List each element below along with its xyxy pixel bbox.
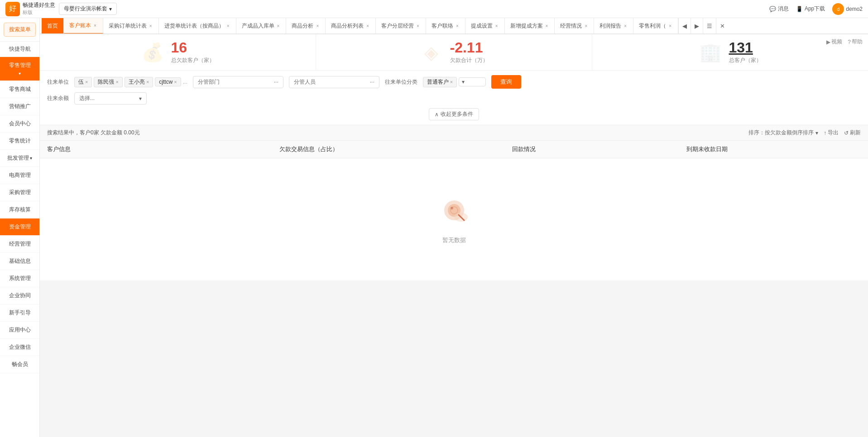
company-tag-jia: 伍 × — [74, 77, 92, 87]
sidebar-item-biz-mgmt[interactable]: 经营管理 — [0, 236, 39, 253]
tag-jia-label: 伍 — [78, 78, 84, 86]
tab-nav-next[interactable]: ▶ — [691, 18, 703, 34]
page-inner: 💰 16 总欠款客户（家） ◈ -2.11 欠款合计（万） — [40, 34, 868, 280]
logo-icon: 好 — [5, 2, 20, 16]
sidebar-item-basic-info[interactable]: 基础信息 — [0, 253, 39, 270]
empty-text: 暂无数据 — [442, 236, 466, 244]
tag-wangxiaoliang-remove[interactable]: × — [146, 79, 149, 85]
search-menu-btn[interactable]: 搜索菜单 — [4, 23, 36, 37]
tab-biz-status[interactable]: 经营情况 × — [555, 18, 594, 34]
tab-inbound-stats-close[interactable]: × — [226, 23, 230, 29]
person-select[interactable]: 分管人员 ··· — [289, 76, 379, 88]
sidebar-item-batch-mgmt[interactable]: 批发管理 ▾ — [0, 150, 39, 167]
tab-goods-analysis-list-close[interactable]: × — [365, 23, 370, 29]
tab-inbound-stats[interactable]: 进货单统计表（按商品） × — [159, 18, 236, 34]
debt-amount-value: -2.11 — [450, 40, 488, 55]
query-button[interactable]: 查询 — [491, 75, 521, 89]
sidebar-item-inventory[interactable]: 库存核算 — [0, 201, 39, 218]
sidebar-item-marketing[interactable]: 营销推广 — [0, 98, 39, 115]
sidebar-quick-nav[interactable]: 快捷导航 — [0, 42, 39, 57]
sidebar-item-label: 经营管理 — [9, 240, 31, 248]
tab-promotion-settings[interactable]: 提成设置 × — [465, 18, 505, 34]
sidebar-item-label: 零售统计 — [9, 137, 31, 145]
tab-goods-analysis[interactable]: 商品分析 × — [286, 18, 326, 34]
tab-goods-analysis-close[interactable]: × — [315, 23, 320, 29]
export-icon: ↑ — [824, 130, 826, 136]
debt-customer-label: 总欠款客户（家） — [171, 57, 215, 64]
sidebar-item-sys-mgmt[interactable]: 系统管理 — [0, 270, 39, 287]
sidebar-item-new-guide[interactable]: 新手引导 — [0, 304, 39, 322]
sidebar-item-app-center[interactable]: 应用中心 — [0, 322, 39, 339]
tab-close-all[interactable]: ✕ — [716, 18, 729, 34]
tag-jia-remove[interactable]: × — [85, 79, 88, 85]
tab-retail-profit[interactable]: 零售利润（ × — [633, 18, 678, 34]
tab-new-promotion[interactable]: 新增提成方案 × — [505, 18, 555, 34]
tab-customer-segments-close[interactable]: × — [416, 23, 420, 29]
sidebar-item-label: 零售商城 — [9, 86, 31, 93]
company-more[interactable]: ... — [183, 79, 187, 85]
tab-profit-report-close[interactable]: × — [623, 23, 628, 29]
tab-home[interactable]: 首页 — [42, 18, 64, 34]
category-select-btn[interactable]: ▾ — [459, 77, 486, 86]
tab-nav-menu[interactable]: ☰ — [703, 18, 716, 34]
tab-customer-segments[interactable]: 客户分层经营 × — [376, 18, 426, 34]
debt-customer-icon: 💰 — [141, 41, 164, 64]
sidebar: 搜索菜单 快捷导航 零售管理 ▾ 零售商城 营销推广 会员中心 零售统计 批发管… — [0, 18, 40, 437]
video-link[interactable]: ▶ 视频 — [826, 38, 842, 46]
help-link[interactable]: ? 帮助 — [848, 38, 863, 46]
tab-purchase-orders-close[interactable]: × — [149, 23, 153, 29]
tab-accounts[interactable]: 客户账本 × — [64, 18, 103, 34]
sidebar-item-label: 新手引导 — [9, 309, 31, 317]
sidebar-item-enterprise-wechat[interactable]: 企业微信 — [0, 339, 39, 356]
sidebar-item-capital-mgmt[interactable]: 资金管理 — [0, 218, 39, 236]
balance-placeholder: 选择... — [79, 95, 95, 102]
total-customer-icon: 🏢 — [699, 41, 722, 64]
export-btn[interactable]: ↑ 导出 — [824, 129, 839, 137]
refresh-btn[interactable]: ↺ 刷新 — [844, 129, 861, 137]
sidebar-item-retail-stats[interactable]: 零售统计 — [0, 133, 39, 150]
tab-customer-contact[interactable]: 客户联络 × — [426, 18, 465, 34]
tab-new-promotion-close[interactable]: × — [545, 23, 549, 29]
sidebar-item-enterprise-collab[interactable]: 企业协同 — [0, 287, 39, 304]
sidebar-item-retail-mgmt[interactable]: 零售管理 ▾ — [0, 57, 39, 81]
video-label: 视频 — [831, 38, 842, 46]
tab-purchase-orders[interactable]: 采购订单统计表 × — [103, 18, 159, 34]
tab-nav-prev[interactable]: ◀ — [678, 18, 691, 34]
company-filter-label: 往来单位 — [47, 78, 69, 86]
tab-production-inbound-close[interactable]: × — [276, 23, 281, 29]
sidebar-item-member[interactable]: 会员中心 — [0, 115, 39, 133]
sidebar-item-ecommerce[interactable]: 电商管理 — [0, 167, 39, 184]
sidebar-item-purchase-mgmt[interactable]: 采购管理 — [0, 184, 39, 201]
dept-select[interactable]: 分管部门 ··· — [193, 76, 283, 88]
tab-retail-profit-close[interactable]: × — [668, 23, 672, 29]
user-label: demo2 — [846, 6, 863, 12]
balance-select[interactable]: 选择... ▾ — [74, 92, 147, 104]
collapse-btn[interactable]: ∧ 收起更多条件 — [429, 108, 479, 120]
collapse-label: 收起更多条件 — [441, 110, 473, 118]
col-debt-info: 欠款交易信息（占比） — [279, 145, 512, 153]
tab-profit-report[interactable]: 利润报告 × — [594, 18, 633, 34]
category-tag-remove[interactable]: × — [450, 79, 453, 85]
chevron-down-icon: ▾ — [462, 79, 465, 85]
sidebar-item-label: 库存核算 — [9, 206, 31, 214]
refresh-label: 刷新 — [850, 129, 861, 137]
sidebar-item-vip-member[interactable]: 畅会员 — [0, 356, 39, 373]
tab-goods-analysis-list[interactable]: 商品分析列表 × — [326, 18, 376, 34]
tab-promotion-settings-close[interactable]: × — [494, 23, 499, 29]
sidebar-item-label: 批发管理 — [7, 154, 29, 162]
tab-biz-status-close[interactable]: × — [584, 23, 588, 29]
stat-total-debt-amount: ◈ -2.11 欠款合计（万） — [316, 34, 592, 70]
tag-cjttcw-remove[interactable]: × — [174, 79, 177, 85]
tab-customer-contact-close[interactable]: × — [455, 23, 460, 29]
app-download-btn[interactable]: 📱 App下载 — [796, 5, 825, 13]
user-profile[interactable]: d demo2 — [832, 3, 863, 15]
tab-accounts-close[interactable]: × — [93, 23, 97, 28]
tab-production-inbound[interactable]: 产成品入库单 × — [236, 18, 287, 34]
account-selector[interactable]: 母婴行业演示帐套 ▾ — [59, 3, 117, 15]
sidebar-item-retail-mall[interactable]: 零售商城 — [0, 81, 39, 98]
sort-select[interactable]: 排序：按欠款金额倒序排序 ▾ — [748, 129, 818, 137]
message-btn[interactable]: 💬 消息 — [769, 5, 789, 13]
tag-chenminqiang-remove[interactable]: × — [115, 79, 118, 85]
collapse-row: ∧ 收起更多条件 — [47, 108, 861, 120]
sidebar-item-label: 企业微信 — [9, 343, 31, 351]
